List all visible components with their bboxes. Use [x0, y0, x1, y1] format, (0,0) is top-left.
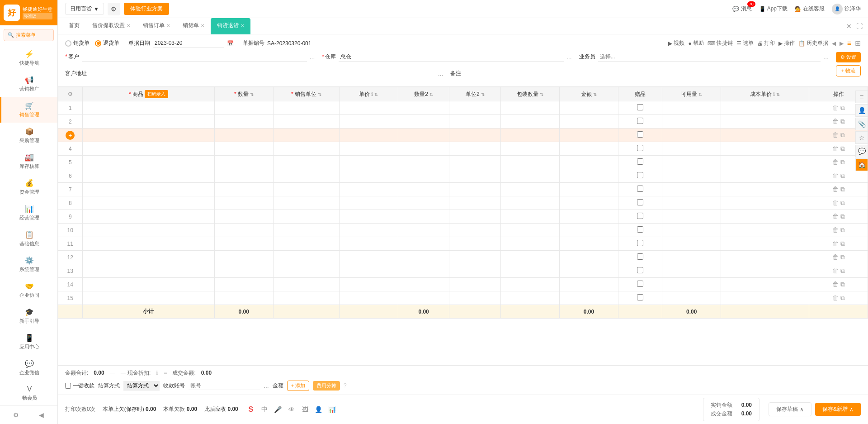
fee-split-btn[interactable]: 费用分摊: [313, 381, 340, 391]
gift-checkbox-11[interactable]: [637, 240, 643, 246]
gift-checkbox-15[interactable]: [637, 294, 643, 300]
tab-expand-btn[interactable]: ⛶: [855, 22, 863, 31]
copy-icon-8[interactable]: ⧉: [840, 199, 845, 206]
col-qty2-sort[interactable]: ⇅: [429, 92, 433, 97]
search-menu-button[interactable]: 🔍 搜索菜单: [4, 29, 54, 41]
settings-right-btn[interactable]: ⚙ 设置: [836, 52, 861, 62]
history-prev-btn[interactable]: ◀: [832, 40, 836, 47]
save-new-button[interactable]: 保存&新增 ∧: [815, 403, 861, 416]
history-action[interactable]: 📋 历史单据: [798, 39, 828, 47]
col-pkg-sort[interactable]: ⇅: [540, 92, 543, 97]
delete-icon-13[interactable]: 🗑: [832, 267, 839, 274]
gift-checkbox-4[interactable]: [637, 145, 643, 151]
app-download-link[interactable]: 📱 App下载: [759, 5, 788, 13]
goods-input-3[interactable]: [85, 132, 212, 138]
footer-icon-person[interactable]: 👤: [313, 404, 324, 415]
delete-icon-10[interactable]: 🗑: [832, 226, 839, 233]
select-action[interactable]: ☰ 选单: [736, 39, 754, 47]
delete-icon-1[interactable]: 🗑: [832, 104, 839, 111]
calendar-icon[interactable]: 📅: [227, 40, 234, 47]
sidebar-settings-btn[interactable]: ⚙: [11, 410, 22, 420]
tab-home[interactable]: 首页: [62, 18, 86, 34]
copy-icon-7[interactable]: ⧉: [840, 186, 845, 193]
sidebar-item-marketing[interactable]: 📢 营销推广: [0, 71, 57, 97]
gift-checkbox-5[interactable]: [637, 158, 643, 165]
save-draft-button[interactable]: 保存草稿 ∧: [769, 402, 811, 416]
view-grid-btn[interactable]: ⊞: [855, 39, 861, 48]
help-action[interactable]: ● 帮助: [688, 39, 703, 47]
shortcuts-action[interactable]: ⌨ 快捷键: [708, 39, 733, 47]
footer-icon-eye[interactable]: 👁: [286, 404, 297, 415]
right-panel-btn-6[interactable]: 🏠: [855, 158, 868, 171]
salesperson-select-btn[interactable]: ...: [823, 53, 829, 61]
sidebar-item-purchase[interactable]: 📦 采购管理: [0, 123, 57, 148]
warehouse-select-btn[interactable]: ...: [566, 53, 572, 61]
copy-icon-15[interactable]: ⧉: [840, 294, 845, 301]
gift-checkbox-13[interactable]: [637, 267, 643, 273]
add-payment-btn[interactable]: + 添加: [287, 381, 309, 391]
sidebar-item-quick-nav[interactable]: ⚡ 快捷导航: [0, 45, 57, 71]
delete-icon-12[interactable]: 🗑: [832, 253, 839, 261]
footer-icon-chart[interactable]: 📊: [327, 404, 338, 415]
col-unit-price-sort[interactable]: ⇅: [374, 92, 378, 97]
gift-checkbox-12[interactable]: [637, 253, 643, 260]
sidebar-collapse-btn[interactable]: ◀: [36, 410, 47, 420]
col-cost-price-info[interactable]: ℹ: [773, 91, 775, 97]
tab-sales-order[interactable]: 销售订单 ✕: [137, 18, 176, 34]
sidebar-item-member[interactable]: V 畅会员: [0, 381, 57, 405]
sidebar-item-sales[interactable]: 🛒 销售管理: [0, 97, 57, 123]
remark-input[interactable]: [464, 69, 828, 78]
sidebar-item-finance[interactable]: 💰 资金管理: [0, 174, 57, 200]
delete-icon-11[interactable]: 🗑: [832, 240, 839, 247]
account-input[interactable]: [189, 381, 260, 390]
col-qty-sort[interactable]: ⇅: [250, 92, 254, 97]
topbar-settings-button[interactable]: ⚙: [108, 3, 120, 15]
user-info[interactable]: 👤 徐泽华: [832, 4, 861, 14]
copy-icon-14[interactable]: ⧉: [840, 281, 845, 288]
right-panel-btn-3[interactable]: 📎: [855, 118, 868, 130]
cash-discount-info-icon[interactable]: ℹ: [156, 370, 158, 376]
gift-checkbox-3[interactable]: [637, 131, 643, 138]
sidebar-item-apps[interactable]: 📱 应用中心: [0, 329, 57, 355]
tab-close-all-btn[interactable]: ✕: [845, 22, 853, 31]
delete-icon-6[interactable]: 🗑: [832, 172, 839, 179]
delete-icon-15[interactable]: 🗑: [832, 294, 839, 301]
scan-input-btn[interactable]: 扫码录入: [145, 90, 168, 98]
customer-select-btn[interactable]: ...: [310, 53, 315, 61]
gift-checkbox-10[interactable]: [637, 226, 643, 233]
sidebar-item-wechat[interactable]: 💬 企业微信: [0, 355, 57, 381]
gift-checkbox-14[interactable]: [637, 281, 643, 287]
addr-select-btn[interactable]: ...: [438, 70, 443, 77]
delete-icon-9[interactable]: 🗑: [832, 213, 839, 220]
col-unit-price-info[interactable]: ℹ: [371, 91, 373, 97]
delete-icon-4[interactable]: 🗑: [832, 145, 839, 152]
col-unit2-sort[interactable]: ⇅: [481, 92, 485, 97]
notification-button[interactable]: 💬 消息 70: [732, 5, 752, 13]
salesperson-input[interactable]: [598, 52, 821, 62]
copy-icon-2[interactable]: ⧉: [840, 118, 845, 125]
copy-icon-4[interactable]: ⧉: [840, 145, 845, 152]
experience-button[interactable]: 体验行业方案: [124, 3, 169, 15]
app-logo[interactable]: 好 畅捷通好生意 标准版: [0, 0, 57, 25]
history-next-btn[interactable]: ▶: [840, 40, 844, 47]
doc-date-input[interactable]: [153, 39, 224, 48]
radio-return[interactable]: 退货单: [95, 39, 119, 47]
gift-checkbox-9[interactable]: [637, 213, 643, 219]
sidebar-item-inventory[interactable]: 🏭 库存核算: [0, 148, 57, 174]
copy-icon-3[interactable]: ⧉: [840, 131, 845, 138]
print-action[interactable]: 🖨 打印: [757, 39, 775, 47]
col-cost-sort[interactable]: ⇅: [776, 92, 780, 97]
sidebar-item-enterprise[interactable]: 🤝 企业协同: [0, 277, 57, 303]
tab-sales-delivery[interactable]: 销货单 ✕: [176, 18, 211, 34]
video-action[interactable]: ▶ 视频: [668, 39, 684, 47]
copy-icon-5[interactable]: ⧉: [840, 158, 845, 166]
copy-icon-9[interactable]: ⧉: [840, 213, 845, 220]
gift-checkbox-7[interactable]: [637, 186, 643, 192]
gift-checkbox-1[interactable]: [637, 104, 643, 110]
delete-icon-7[interactable]: 🗑: [832, 186, 839, 193]
view-list-btn[interactable]: ≡: [847, 39, 851, 48]
copy-icon-12[interactable]: ⧉: [840, 253, 845, 261]
operate-action[interactable]: ▶ 操作: [778, 39, 795, 47]
daily-category-select[interactable]: 日用百货 ▼: [65, 3, 104, 15]
copy-icon-1[interactable]: ⧉: [840, 104, 845, 111]
